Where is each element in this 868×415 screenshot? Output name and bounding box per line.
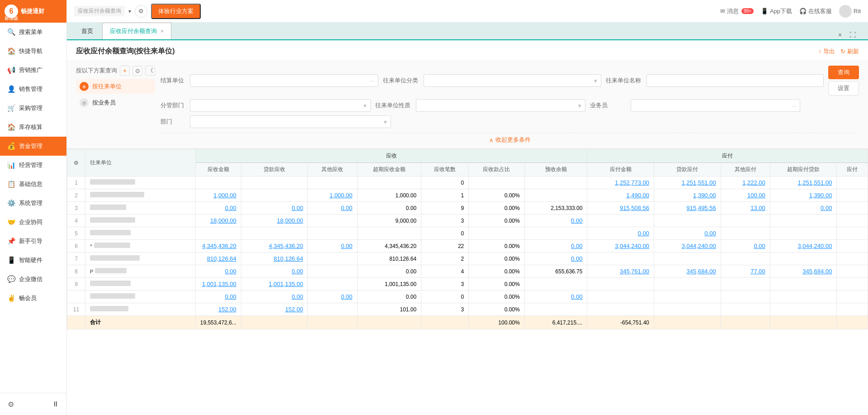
department-input[interactable]: ▾ <box>190 115 391 128</box>
settlement-dots: ··· <box>369 77 374 84</box>
unit-category-input[interactable]: ▾ <box>424 74 601 87</box>
table-row: 4 18,000.00 18,000.00 9,000.00 3 0.00% 0… <box>67 215 868 227</box>
sidebar-label-finance: 资金管理 <box>19 142 42 150</box>
footer-recv-count <box>421 316 469 329</box>
row-payable <box>837 202 868 215</box>
tab-close-icon[interactable]: × <box>160 28 164 34</box>
row-other-recv <box>308 227 357 240</box>
sidebar-label-sales: 销售管理 <box>19 85 42 93</box>
sidebar-collapse-btn[interactable]: ⏸ <box>48 397 63 411</box>
add-scheme-btn[interactable]: + <box>120 66 130 76</box>
sidebar-item-baseinfo[interactable]: 📋 基础信息 <box>0 175 66 194</box>
row-recv-count: 3 <box>421 303 469 316</box>
col-receivable-group: 应收 <box>195 149 587 163</box>
sidebar-item-enterprise[interactable]: 🤝 企业协同 <box>0 213 66 232</box>
filter-by-staff[interactable]: ⊙ 按业务员 <box>76 95 155 110</box>
wechat-icon: 💬 <box>7 275 15 283</box>
row-recv-count: 22 <box>421 240 469 253</box>
col-recv-amt: 应收金额 <box>195 163 241 176</box>
window-controls: × ⛶ <box>835 30 861 39</box>
row-num: 7 <box>67 253 85 265</box>
breadcrumb-dropdown[interactable]: ▾ <box>128 8 131 14</box>
footer-advance: 6,417,215.... <box>524 316 587 329</box>
row-other-recv: 1,000.00 <box>308 189 357 202</box>
member-icon: ✌ <box>7 294 15 302</box>
filter-department: 部门 ▾ <box>160 115 391 128</box>
row-advance-balance <box>524 303 587 316</box>
row-recv-amt: 4,345,436.20 <box>195 240 241 253</box>
sidebar-settings-btn[interactable]: ⚙ <box>4 397 18 411</box>
row-num: 11 <box>67 303 85 316</box>
window-close-btn[interactable]: × <box>835 30 844 39</box>
row-payable <box>837 253 868 265</box>
dept-input[interactable]: ▾ <box>190 99 371 112</box>
row-recv-amt: 0.00 <box>195 291 241 303</box>
query-buttons: 查询 设置 <box>828 66 859 95</box>
user-info[interactable]: Rit <box>839 5 861 18</box>
sidebar-label-system: 系统管理 <box>19 199 42 207</box>
window-expand-btn[interactable]: ⛶ <box>848 30 857 39</box>
sidebar-item-search[interactable]: 🔍 搜索菜单 <box>0 23 66 42</box>
settlement-unit-input[interactable]: ··· <box>190 74 378 87</box>
sidebar-item-sales[interactable]: 👤 销售管理 <box>0 80 66 99</box>
filter-settings-btn[interactable]: 设置 <box>828 81 859 95</box>
filter-row-1: 结算单位 ··· 往来单位分类 ▾ 往来单位名称 <box>160 66 859 95</box>
tab-active[interactable]: 应收应付余额查询 × <box>102 23 171 39</box>
unit-category-label: 往来单位分类 <box>383 76 424 85</box>
sidebar-item-finance[interactable]: 💰 资金管理 <box>0 137 66 156</box>
sidebar-item-inventory[interactable]: 🏠 库存核算 <box>0 118 66 137</box>
sidebar-item-operations[interactable]: 📊 经营管理 <box>0 156 66 175</box>
filter-by-unit[interactable]: ⊕ 按往来单位 <box>76 79 155 94</box>
scheme-top: 按以下方案查询 + ⊙ 《 <box>76 66 155 76</box>
tab-active-label: 应收应付余额查询 <box>110 27 157 35</box>
table-container[interactable]: ⚙ 往来单位 应收 应付 应收金额 贷款应收 其他应收 超期应收金额 应收笔数 … <box>67 149 868 415</box>
salesperson-input[interactable]: ··· <box>631 99 800 112</box>
row-num <box>67 291 85 303</box>
collapse-conditions-btn[interactable]: ∧ 收起更多条件 <box>160 133 859 144</box>
settings-gear-btn[interactable]: ⚙ <box>135 5 147 18</box>
operations-icon: 📊 <box>7 161 15 169</box>
query-btn[interactable]: 查询 <box>828 66 859 79</box>
tab-home[interactable]: 首页 <box>74 23 100 39</box>
row-overdue-recv: 4,345,436.20 <box>357 240 421 253</box>
customer-service-btn[interactable]: 🎧 在线客服 <box>799 7 832 15</box>
row-other-pay <box>721 303 770 316</box>
sidebar-label-quicknav: 快捷导航 <box>19 47 42 55</box>
sidebar-label-operations: 经营管理 <box>19 161 42 169</box>
row-recv-pct: 0.00% <box>469 253 524 265</box>
scheme-collapse-btn[interactable]: 《 <box>145 66 155 76</box>
scheme-settings-btn[interactable]: ⊙ <box>132 66 142 76</box>
row-loan-pay <box>654 278 721 291</box>
row-recv-amt: 1,001,135.00 <box>195 278 241 291</box>
row-loan-recv: 152.00 <box>241 303 308 316</box>
export-btn[interactable]: ↑ 导出 <box>819 48 835 56</box>
unit-nature-input[interactable]: ▾ <box>416 99 585 112</box>
filter-dept: 分管部门 ▾ <box>160 99 371 112</box>
sidebar-item-marketing[interactable]: 📢 营销推广 <box>0 61 66 80</box>
unit-name-input[interactable] <box>646 74 824 87</box>
sidebar-item-guide[interactable]: 📌 新手引导 <box>0 232 66 251</box>
promo-button[interactable]: 体验行业方案 <box>151 4 201 19</box>
sidebar-item-member[interactable]: ✌ 畅会员 <box>0 289 66 308</box>
row-recv-pct <box>469 176 524 189</box>
export-label: 导出 <box>823 48 835 56</box>
table-footer: 合计 19,553,472,6... 100.00% 6,417,215....… <box>67 316 868 329</box>
footer-overdue-recv <box>357 316 421 329</box>
sidebar-item-quicknav[interactable]: 🏠 快捷导航 <box>0 42 66 61</box>
row-recv-pct: 0.00% <box>469 240 524 253</box>
sidebar-item-system[interactable]: ⚙️ 系统管理 <box>0 194 66 213</box>
sidebar-item-wechat[interactable]: 💬 企业微信 <box>0 270 66 289</box>
row-overdue-recv <box>357 227 421 240</box>
sidebar-item-purchase[interactable]: 🛒 采购管理 <box>0 99 66 118</box>
row-loan-recv: 18,000.00 <box>241 215 308 227</box>
row-loan-pay: 3,044,240.00 <box>654 240 721 253</box>
app-download-btn[interactable]: 📱 App下载 <box>761 7 792 15</box>
refresh-btn[interactable]: ↻ 刷新 <box>840 48 859 56</box>
row-loan-recv <box>241 189 308 202</box>
sidebar-item-hardware[interactable]: 📱 智能硬件 <box>0 251 66 270</box>
guide-icon: 📌 <box>7 237 15 245</box>
messages-btn[interactable]: ✉ 消息 99+ <box>720 7 754 15</box>
row-recv-amt: 18,000.00 <box>195 215 241 227</box>
filter-unit-name: 往来单位名称 <box>606 66 824 95</box>
download-icon: 📱 <box>761 8 768 14</box>
